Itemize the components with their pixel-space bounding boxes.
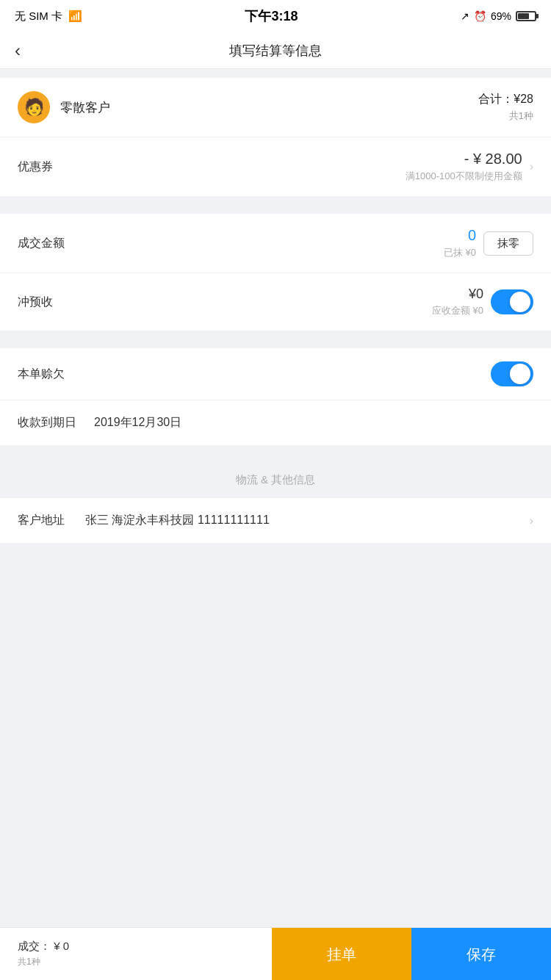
avatar-icon: 🧑 bbox=[24, 98, 44, 117]
address-value: 张三 海淀永丰科技园 11111111111 bbox=[76, 513, 530, 528]
address-row[interactable]: 客户地址 张三 海淀永丰科技园 11111111111 › bbox=[0, 497, 551, 543]
coupon-right: - ¥ 28.00 满1000-100不限制使用金额 › bbox=[76, 151, 533, 183]
avatar: 🧑 bbox=[18, 91, 50, 123]
content: 🧑 零散客户 合计：¥28 共1种 优惠券 - ¥ 28.00 满1000-10… bbox=[0, 78, 551, 610]
bottom-deal: 成交： ¥ 0 bbox=[18, 940, 254, 954]
credit-toggle-wrap bbox=[491, 361, 533, 386]
credit-row: 本单赊欠 bbox=[0, 348, 551, 400]
divider-2 bbox=[0, 339, 551, 348]
credit-right bbox=[76, 361, 533, 386]
logistics-title: 物流 & 其他信息 bbox=[236, 473, 315, 486]
status-bar: 无 SIM 卡 📶 下午3:18 ↗ ⏰ 69% bbox=[0, 0, 551, 32]
transaction-section: 成交金额 0 已抹 ¥0 抹零 冲预收 ¥0 应收金额 ¥0 bbox=[0, 214, 551, 331]
due-date-value: 2019年12月30日 bbox=[94, 415, 181, 430]
deal-value: ¥ 0 bbox=[54, 940, 69, 952]
divider-1 bbox=[0, 205, 551, 214]
coupon-value-block: - ¥ 28.00 满1000-100不限制使用金额 bbox=[406, 151, 522, 183]
bottom-info: 成交： ¥ 0 共1种 bbox=[0, 928, 272, 980]
due-date-label: 收款到期日 bbox=[18, 415, 76, 430]
page-title: 填写结算等信息 bbox=[229, 42, 322, 60]
prepay-row: 冲预收 ¥0 应收金额 ¥0 bbox=[0, 273, 551, 331]
status-right: ↗ ⏰ 69% bbox=[461, 10, 536, 22]
transaction-row: 成交金额 0 已抹 ¥0 抹零 bbox=[0, 214, 551, 273]
address-section: 客户地址 张三 海淀永丰科技园 11111111111 › bbox=[0, 497, 551, 543]
location-icon: ↗ bbox=[461, 10, 469, 22]
nav-bar: ‹ 填写结算等信息 bbox=[0, 32, 551, 69]
back-button[interactable]: ‹ bbox=[15, 42, 21, 60]
coupon-discount: - ¥ 28.00 bbox=[406, 151, 522, 167]
save-button[interactable]: 保存 bbox=[411, 928, 551, 980]
deal-label: 成交： bbox=[18, 940, 51, 952]
battery-icon bbox=[516, 11, 536, 21]
credit-toggle[interactable] bbox=[491, 361, 533, 386]
coupon-sub: 满1000-100不限制使用金额 bbox=[406, 170, 522, 183]
carrier-label: 无 SIM 卡 bbox=[15, 10, 62, 24]
round-zero-button[interactable]: 抹零 bbox=[483, 231, 533, 256]
transaction-sub: 已抹 ¥0 bbox=[444, 246, 476, 259]
prepay-label: 冲预收 bbox=[18, 295, 76, 310]
total-amount: 合计：¥28 bbox=[478, 92, 533, 107]
alarm-icon: ⏰ bbox=[474, 10, 486, 22]
prepay-right: ¥0 应收金额 ¥0 bbox=[76, 287, 533, 317]
credit-label: 本单赊欠 bbox=[18, 367, 76, 382]
divider-3 bbox=[0, 454, 551, 463]
customer-name: 零散客户 bbox=[60, 99, 110, 116]
coupon-row[interactable]: 优惠券 - ¥ 28.00 满1000-100不限制使用金额 › bbox=[0, 137, 551, 196]
address-chevron-icon: › bbox=[530, 514, 533, 527]
bottom-bar: 成交： ¥ 0 共1种 挂单 保存 bbox=[0, 927, 551, 980]
customer-section: 🧑 零散客户 合计：¥28 共1种 优惠券 - ¥ 28.00 满1000-10… bbox=[0, 78, 551, 196]
customer-row: 🧑 零散客户 合计：¥28 共1种 bbox=[0, 78, 551, 137]
transaction-value: 0 bbox=[444, 227, 476, 244]
pending-button[interactable]: 挂单 bbox=[272, 928, 411, 980]
wifi-icon: 📶 bbox=[68, 10, 82, 23]
logistics-header: 物流 & 其他信息 bbox=[0, 463, 551, 497]
total-count: 共1种 bbox=[478, 109, 533, 123]
credit-section: 本单赊欠 收款到期日 2019年12月30日 bbox=[0, 348, 551, 445]
bottom-count: 共1种 bbox=[18, 956, 254, 968]
customer-summary: 合计：¥28 共1种 bbox=[478, 92, 533, 123]
prepay-toggle[interactable] bbox=[491, 289, 533, 314]
status-left: 无 SIM 卡 📶 bbox=[15, 10, 82, 24]
prepay-toggle-wrap bbox=[491, 289, 533, 314]
battery-percent: 69% bbox=[491, 10, 511, 22]
transaction-label: 成交金额 bbox=[18, 236, 76, 251]
coupon-label: 优惠券 bbox=[18, 159, 76, 175]
prepay-value: ¥0 bbox=[432, 287, 483, 302]
address-label: 客户地址 bbox=[18, 513, 76, 528]
transaction-value-block: 0 已抹 ¥0 bbox=[444, 227, 476, 259]
transaction-right: 0 已抹 ¥0 抹零 bbox=[76, 227, 533, 259]
due-date-row: 收款到期日 2019年12月30日 bbox=[0, 400, 551, 445]
time-display: 下午3:18 bbox=[245, 7, 298, 25]
customer-left: 🧑 零散客户 bbox=[18, 91, 110, 123]
chevron-right-icon: › bbox=[530, 160, 533, 173]
prepay-value-block: ¥0 应收金额 ¥0 bbox=[432, 287, 483, 317]
prepay-sub: 应收金额 ¥0 bbox=[432, 304, 483, 317]
